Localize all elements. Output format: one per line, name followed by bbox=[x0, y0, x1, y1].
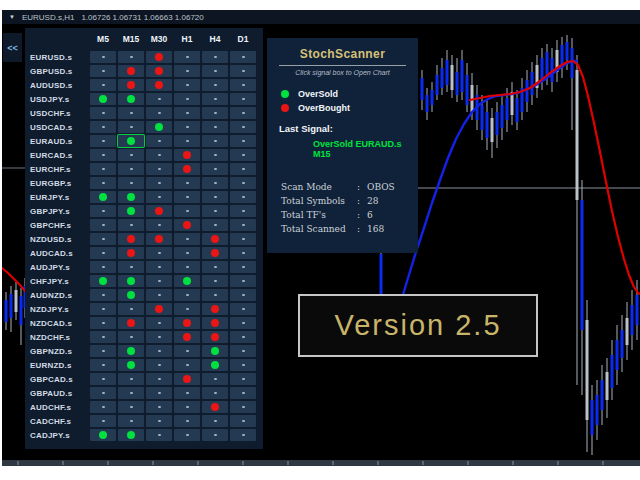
signal-cell-audcad.s-h4[interactable] bbox=[202, 247, 228, 259]
signal-cell-gbpaud.s-d1[interactable] bbox=[230, 387, 256, 399]
signal-cell-gbpaud.s-m15[interactable] bbox=[118, 387, 144, 399]
signal-cell-eurusd.s-m30[interactable] bbox=[146, 51, 172, 63]
signal-cell-gbpjpy.s-h1[interactable] bbox=[174, 205, 200, 217]
signal-cell-eurjpy.s-m30[interactable] bbox=[146, 191, 172, 203]
signal-cell-nzdcad.s-m30[interactable] bbox=[146, 317, 172, 329]
signal-cell-audnzd.s-m5[interactable] bbox=[90, 289, 116, 301]
signal-cell-gbpchf.s-m30[interactable] bbox=[146, 219, 172, 231]
signal-cell-audjpy.s-m30[interactable] bbox=[146, 261, 172, 273]
signal-cell-usdchf.s-m15[interactable] bbox=[118, 107, 144, 119]
signal-cell-eurchf.s-d1[interactable] bbox=[230, 163, 256, 175]
signal-cell-cadchf.s-m30[interactable] bbox=[146, 415, 172, 427]
chart-dropdown-icon[interactable]: ▼ bbox=[9, 14, 15, 20]
signal-cell-audnzd.s-d1[interactable] bbox=[230, 289, 256, 301]
signal-cell-eurchf.s-h4[interactable] bbox=[202, 163, 228, 175]
signal-cell-usdjpy.s-m30[interactable] bbox=[146, 93, 172, 105]
signal-cell-nzdjpy.s-d1[interactable] bbox=[230, 303, 256, 315]
signal-cell-usdcad.s-m5[interactable] bbox=[90, 121, 116, 133]
signal-cell-nzdchf.s-m5[interactable] bbox=[90, 331, 116, 343]
signal-cell-eurcad.s-m15[interactable] bbox=[118, 149, 144, 161]
signal-cell-eurcad.s-d1[interactable] bbox=[230, 149, 256, 161]
signal-cell-usdchf.s-m30[interactable] bbox=[146, 107, 172, 119]
signal-cell-eurgbp.s-m5[interactable] bbox=[90, 177, 116, 189]
signal-cell-audchf.s-h1[interactable] bbox=[174, 401, 200, 413]
signal-cell-eurnzd.s-m5[interactable] bbox=[90, 359, 116, 371]
signal-cell-nzdusd.s-d1[interactable] bbox=[230, 233, 256, 245]
signal-cell-eurgbp.s-h1[interactable] bbox=[174, 177, 200, 189]
signal-cell-nzdusd.s-h4[interactable] bbox=[202, 233, 228, 245]
signal-cell-audnzd.s-m15[interactable] bbox=[118, 289, 144, 301]
signal-cell-cadjpy.s-m30[interactable] bbox=[146, 429, 172, 441]
signal-cell-audcad.s-m30[interactable] bbox=[146, 247, 172, 259]
signal-cell-cadjpy.s-h4[interactable] bbox=[202, 429, 228, 441]
signal-cell-gbpjpy.s-m15[interactable] bbox=[118, 205, 144, 217]
signal-cell-audusd.s-m5[interactable] bbox=[90, 79, 116, 91]
signal-cell-nzdcad.s-m15[interactable] bbox=[118, 317, 144, 329]
signal-cell-eurjpy.s-h4[interactable] bbox=[202, 191, 228, 203]
signal-cell-euraud.s-m30[interactable] bbox=[146, 135, 172, 147]
signal-cell-cadchf.s-m5[interactable] bbox=[90, 415, 116, 427]
signal-cell-usdcad.s-d1[interactable] bbox=[230, 121, 256, 133]
signal-cell-cadchf.s-h4[interactable] bbox=[202, 415, 228, 427]
signal-cell-eurusd.s-d1[interactable] bbox=[230, 51, 256, 63]
signal-cell-eurjpy.s-d1[interactable] bbox=[230, 191, 256, 203]
signal-cell-usdchf.s-m5[interactable] bbox=[90, 107, 116, 119]
signal-cell-eurgbp.s-m30[interactable] bbox=[146, 177, 172, 189]
signal-cell-eurjpy.s-m5[interactable] bbox=[90, 191, 116, 203]
signal-cell-cadjpy.s-h1[interactable] bbox=[174, 429, 200, 441]
signal-cell-audchf.s-d1[interactable] bbox=[230, 401, 256, 413]
signal-cell-gbpjpy.s-m30[interactable] bbox=[146, 205, 172, 217]
signal-cell-nzdcad.s-m5[interactable] bbox=[90, 317, 116, 329]
signal-cell-gbpaud.s-m30[interactable] bbox=[146, 387, 172, 399]
signal-cell-eurcad.s-m5[interactable] bbox=[90, 149, 116, 161]
signal-cell-cadjpy.s-m15[interactable] bbox=[118, 429, 144, 441]
signal-cell-euraud.s-h1[interactable] bbox=[174, 135, 200, 147]
signal-cell-gbpnzd.s-h4[interactable] bbox=[202, 345, 228, 357]
signal-cell-gbpnzd.s-d1[interactable] bbox=[230, 345, 256, 357]
signal-cell-euraud.s-m5[interactable] bbox=[90, 135, 116, 147]
signal-cell-chfjpy.s-m5[interactable] bbox=[90, 275, 116, 287]
signal-cell-gbpnzd.s-m30[interactable] bbox=[146, 345, 172, 357]
signal-cell-nzdusd.s-m5[interactable] bbox=[90, 233, 116, 245]
signal-cell-usdcad.s-m30[interactable] bbox=[146, 121, 172, 133]
signal-cell-usdjpy.s-m15[interactable] bbox=[118, 93, 144, 105]
signal-cell-chfjpy.s-h4[interactable] bbox=[202, 275, 228, 287]
signal-cell-audusd.s-d1[interactable] bbox=[230, 79, 256, 91]
signal-cell-eurnzd.s-h1[interactable] bbox=[174, 359, 200, 371]
signal-cell-cadchf.s-h1[interactable] bbox=[174, 415, 200, 427]
signal-cell-audchf.s-h4[interactable] bbox=[202, 401, 228, 413]
signal-cell-audjpy.s-m5[interactable] bbox=[90, 261, 116, 273]
signal-cell-eurjpy.s-h1[interactable] bbox=[174, 191, 200, 203]
signal-cell-eurchf.s-h1[interactable] bbox=[174, 163, 200, 175]
signal-cell-eurnzd.s-m30[interactable] bbox=[146, 359, 172, 371]
signal-cell-gbpusd.s-m15[interactable] bbox=[118, 65, 144, 77]
signal-cell-audchf.s-m15[interactable] bbox=[118, 401, 144, 413]
signal-cell-gbpchf.s-d1[interactable] bbox=[230, 219, 256, 231]
signal-cell-cadjpy.s-d1[interactable] bbox=[230, 429, 256, 441]
signal-cell-eurnzd.s-h4[interactable] bbox=[202, 359, 228, 371]
signal-cell-usdjpy.s-m5[interactable] bbox=[90, 93, 116, 105]
signal-cell-usdjpy.s-h1[interactable] bbox=[174, 93, 200, 105]
signal-cell-usdjpy.s-h4[interactable] bbox=[202, 93, 228, 105]
signal-cell-gbpcad.s-h4[interactable] bbox=[202, 373, 228, 385]
signal-cell-nzdjpy.s-h1[interactable] bbox=[174, 303, 200, 315]
signal-cell-eurnzd.s-m15[interactable] bbox=[118, 359, 144, 371]
signal-cell-gbpjpy.s-h4[interactable] bbox=[202, 205, 228, 217]
signal-cell-gbpcad.s-m30[interactable] bbox=[146, 373, 172, 385]
signal-cell-gbpusd.s-d1[interactable] bbox=[230, 65, 256, 77]
signal-cell-nzdjpy.s-h4[interactable] bbox=[202, 303, 228, 315]
signal-cell-nzdchf.s-h1[interactable] bbox=[174, 331, 200, 343]
signal-cell-nzdjpy.s-m30[interactable] bbox=[146, 303, 172, 315]
signal-cell-nzdchf.s-m30[interactable] bbox=[146, 331, 172, 343]
signal-cell-audcad.s-m15[interactable] bbox=[118, 247, 144, 259]
signal-cell-usdcad.s-m15[interactable] bbox=[118, 121, 144, 133]
signal-cell-audcad.s-h1[interactable] bbox=[174, 247, 200, 259]
signal-cell-eurusd.s-h4[interactable] bbox=[202, 51, 228, 63]
signal-cell-cadchf.s-d1[interactable] bbox=[230, 415, 256, 427]
signal-cell-eurcad.s-m30[interactable] bbox=[146, 149, 172, 161]
signal-cell-gbpjpy.s-m5[interactable] bbox=[90, 205, 116, 217]
signal-cell-gbpchf.s-h4[interactable] bbox=[202, 219, 228, 231]
signal-cell-eurcad.s-h4[interactable] bbox=[202, 149, 228, 161]
signal-cell-eurjpy.s-m15[interactable] bbox=[118, 191, 144, 203]
signal-cell-usdchf.s-d1[interactable] bbox=[230, 107, 256, 119]
